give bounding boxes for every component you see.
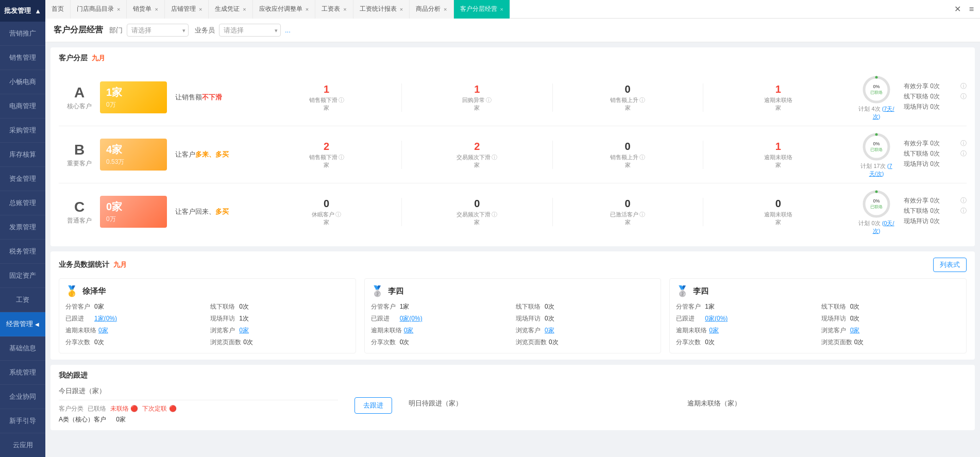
info-icon[interactable]: ⓘ: [960, 92, 967, 101]
tier-count-b[interactable]: 4家 0.53万: [100, 139, 167, 171]
tab-close-icon[interactable]: ×: [117, 6, 120, 12]
metric-a-2[interactable]: 0 销售额上升ⓘ 家: [553, 83, 703, 112]
circle-plan-b[interactable]: 计划 17次 (7天/次): [857, 162, 895, 178]
sidebar-item-资金管理[interactable]: 资金管理: [0, 167, 45, 191]
metric-a-1[interactable]: 1 回购异常ⓘ 家: [402, 83, 552, 112]
sidebar-item-工资[interactable]: 工资: [0, 288, 45, 312]
sidebar-toggle-icon[interactable]: ▲: [35, 7, 41, 15]
sidebar-item-库存核算[interactable]: 库存核算: [0, 143, 45, 167]
followup-today-col: 今日跟进（家） 客户分类 已联络 未联络 🔴 下次定联 🔴 A类（核心）客户 0…: [59, 386, 338, 424]
metric-b-3[interactable]: 1 逾期未联络 家: [703, 141, 853, 169]
staff-stat-线下联络-2: 线下联络 0次: [821, 302, 960, 311]
staff-card-1: 🥈 李四 分管客户 1家 线下联络 0次 已跟进: [364, 278, 662, 353]
tab-close-icon[interactable]: ×: [155, 6, 158, 12]
tab-应收应付调整单[interactable]: 应收应付调整单 ×: [253, 0, 315, 19]
info-icon[interactable]: ⓘ: [960, 139, 967, 148]
followup-tomorrow-title: 明日待跟进（家）: [409, 399, 688, 408]
sidebar-item-发票管理[interactable]: 发票管理: [0, 215, 45, 240]
info-icon[interactable]: ⓘ: [492, 154, 497, 161]
tier-slogan-b: 让客户多来、多买: [175, 150, 247, 159]
metric-b-0[interactable]: 2 销售额下滑ⓘ 家: [251, 141, 402, 169]
tab-close-icon[interactable]: ×: [500, 6, 503, 12]
metric-a-3[interactable]: 1 逾期未联络 家: [703, 83, 853, 112]
sidebar-item-云应用[interactable]: 云应用: [0, 433, 45, 457]
tab-门店商品目录[interactable]: 门店商品目录 ×: [71, 0, 127, 19]
sidebar-header[interactable]: 批发管理 ▲: [0, 0, 45, 22]
sidebar-item-label: 企业协同: [9, 393, 36, 400]
sidebar-item-电商管理[interactable]: 电商管理: [0, 94, 45, 119]
sidebar-item-企业协同[interactable]: 企业协同: [0, 385, 45, 409]
staff-stat-浏览客户-1: 浏览客户 0家: [516, 326, 654, 335]
metric-c-3[interactable]: 0 逾期未联络 家: [703, 198, 853, 226]
tab-首页[interactable]: 首页: [45, 0, 71, 19]
tab-close-icon[interactable]: ×: [199, 6, 202, 12]
tab-label: 商品分析: [416, 5, 441, 13]
staff-stat-分享次数-0: 分享次数 0次: [65, 338, 204, 347]
tab-客户分层经营[interactable]: 客户分层经营 ×: [454, 0, 510, 19]
tab-close-icon[interactable]: ×: [306, 6, 309, 12]
sidebar-item-税务管理[interactable]: 税务管理: [0, 240, 45, 264]
info-icon[interactable]: ⓘ: [339, 96, 344, 104]
info-icon[interactable]: ⓘ: [639, 96, 645, 104]
metric-b-2[interactable]: 0 销售额上升ⓘ 家: [553, 141, 703, 169]
sidebar-item-label: 电商管理: [9, 102, 36, 110]
info-icon[interactable]: ⓘ: [335, 211, 341, 218]
info-icon[interactable]: ⓘ: [639, 211, 645, 218]
tab-销货单[interactable]: 销货单 ×: [127, 0, 164, 19]
info-icon[interactable]: ⓘ: [960, 82, 967, 91]
tab-工资统计报表[interactable]: 工资统计报表 ×: [353, 0, 410, 19]
sidebar-item-基础信息[interactable]: 基础信息: [0, 336, 45, 361]
tab-店铺管理[interactable]: 店铺管理 ×: [165, 0, 209, 19]
tier-label-c: C 普通客户: [59, 199, 100, 225]
tier-amount-a: 0万: [106, 100, 161, 109]
sidebar-item-采购管理[interactable]: 采购管理: [0, 119, 45, 143]
tab-生成凭证[interactable]: 生成凭证 ×: [209, 0, 252, 19]
info-icon[interactable]: ⓘ: [339, 154, 344, 161]
info-icon[interactable]: ⓘ: [486, 96, 492, 104]
tab-label: 门店商品目录: [77, 5, 114, 13]
staff-select[interactable]: 请选择: [219, 24, 281, 37]
tier-row-c: C 普通客户 0家 0万 让客户回来、多买 0 休眠客户ⓘ 家: [59, 183, 967, 240]
sidebar-item-经营管理[interactable]: 经营管理 ◀: [0, 312, 45, 336]
metric-c-0[interactable]: 0 休眠客户ⓘ 家: [251, 198, 402, 226]
staff-stats-1: 分管客户 1家 线下联络 0次 已跟进 0家(0%) 现场拜访: [371, 302, 655, 347]
circle-a: 0% 已联络 计划 4次 (7天/次): [853, 74, 900, 121]
info-icon[interactable]: ⓘ: [960, 149, 967, 158]
sidebar-item-销售管理[interactable]: 销售管理: [0, 46, 45, 70]
metric-c-2[interactable]: 0 已激活客户ⓘ 家: [553, 198, 703, 226]
sidebar-item-系统管理[interactable]: 系统管理: [0, 361, 45, 385]
sidebar-item-营销推广[interactable]: 营销推广: [0, 22, 45, 46]
sidebar-item-固定资产[interactable]: 固定资产: [0, 264, 45, 288]
sidebar-item-小畅电商[interactable]: 小畅电商: [0, 70, 45, 94]
goto-followup-button[interactable]: 去跟进: [354, 397, 392, 414]
list-view-button[interactable]: 列表式: [933, 258, 967, 272]
tab-close-icon[interactable]: ×: [400, 6, 403, 12]
medal-icon-2: 🥈: [676, 285, 689, 297]
tab-label: 客户分层经营: [460, 5, 497, 13]
more-button[interactable]: ...: [285, 26, 291, 34]
staff-name-1: 李四: [388, 286, 403, 296]
tab-close-icon[interactable]: ×: [444, 6, 447, 12]
metric-b-1[interactable]: 2 交易频次下滑ⓘ 家: [402, 141, 552, 169]
tab-close-icon[interactable]: ×: [243, 6, 246, 12]
sidebar-item-label: 总账管理: [9, 199, 36, 207]
tier-count-c[interactable]: 0家 0万: [100, 196, 167, 228]
tab-close-all-icon[interactable]: ✕: [952, 2, 963, 16]
info-icon[interactable]: ⓘ: [960, 196, 967, 205]
info-icon[interactable]: ⓘ: [960, 207, 967, 215]
metric-c-1[interactable]: 0 交易频次下滑ⓘ 家: [402, 198, 552, 226]
circle-plan-c[interactable]: 计划 0次 (0天/次): [857, 219, 895, 235]
info-icon[interactable]: ⓘ: [639, 154, 645, 161]
sidebar-item-新手引导[interactable]: 新手引导: [0, 409, 45, 433]
sidebar-item-总账管理[interactable]: 总账管理: [0, 191, 45, 215]
dept-select[interactable]: 请选择: [127, 24, 189, 37]
metric-a-0[interactable]: 1 销售额下滑ⓘ 家: [251, 83, 402, 112]
svg-text:已联络: 已联络: [870, 147, 883, 152]
circle-plan-a[interactable]: 计划 4次 (7天/次): [857, 105, 895, 121]
tier-count-a[interactable]: 1家 0万: [100, 81, 167, 113]
info-icon[interactable]: ⓘ: [492, 211, 497, 218]
tab-more-icon[interactable]: ≡: [967, 3, 976, 16]
tab-close-icon[interactable]: ×: [343, 6, 346, 12]
tab-商品分析[interactable]: 商品分析 ×: [410, 0, 453, 19]
tab-工资表[interactable]: 工资表 ×: [315, 0, 353, 19]
